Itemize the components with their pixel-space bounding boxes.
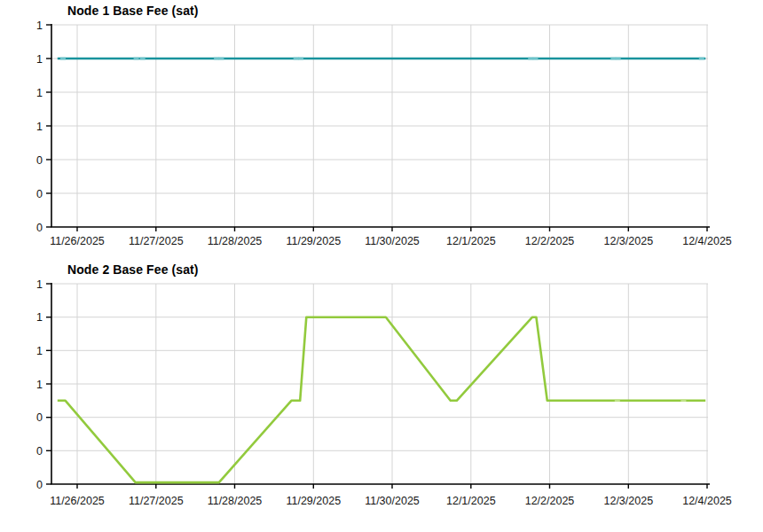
data-point-marker <box>294 58 299 60</box>
data-point-marker <box>610 58 616 60</box>
x-tick-label: 12/4/2025 <box>682 235 732 247</box>
y-tick-label: 1 <box>36 53 43 66</box>
x-tick-label: 12/3/2025 <box>603 495 653 507</box>
y-tick-label: 1 <box>36 121 43 133</box>
data-point-marker <box>214 58 219 60</box>
chart-node1-base-fee: Node 1 Base Fee (sat) 111100011/26/20251… <box>0 0 763 259</box>
x-tick-label: 12/2/2025 <box>525 495 575 507</box>
y-tick-label: 1 <box>36 20 43 32</box>
y-tick-label: 0 <box>36 154 43 167</box>
y-tick-label: 1 <box>36 278 43 291</box>
node2-chart-canvas: 111100011/26/202511/27/202511/28/202511/… <box>0 259 763 532</box>
x-tick-label: 12/4/2025 <box>682 495 732 507</box>
x-tick-label: 11/26/2025 <box>50 495 105 507</box>
y-tick-label: 1 <box>36 345 43 357</box>
x-tick-label: 11/27/2025 <box>129 495 184 507</box>
data-point-marker <box>533 58 539 60</box>
y-tick-label: 0 <box>36 479 43 491</box>
x-tick-label: 11/30/2025 <box>365 495 420 507</box>
data-point-marker <box>699 58 704 60</box>
data-point-marker <box>140 58 146 60</box>
chart-node2-base-fee: Node 2 Base Fee (sat) 111100011/26/20251… <box>0 259 763 532</box>
data-point-marker <box>134 58 139 60</box>
y-tick-label: 1 <box>36 311 43 324</box>
chart-title-node2: Node 2 Base Fee (sat) <box>67 262 199 277</box>
node1-chart-canvas: 111100011/26/202511/27/202511/28/202511/… <box>0 0 763 259</box>
y-tick-label: 1 <box>36 87 43 99</box>
data-point-marker <box>218 58 224 60</box>
data-point-marker <box>528 58 533 60</box>
y-tick-label: 0 <box>36 188 43 200</box>
y-tick-label: 0 <box>36 445 43 458</box>
x-tick-label: 12/2/2025 <box>525 235 575 247</box>
x-tick-label: 11/28/2025 <box>208 235 263 247</box>
y-tick-label: 0 <box>36 222 43 234</box>
data-point-marker <box>298 58 303 60</box>
x-tick-label: 11/29/2025 <box>286 495 341 507</box>
data-point-marker <box>616 58 621 60</box>
x-tick-label: 11/28/2025 <box>208 495 263 507</box>
x-tick-label: 12/1/2025 <box>446 495 496 507</box>
data-point-marker <box>615 400 620 403</box>
x-tick-label: 12/1/2025 <box>446 235 496 247</box>
data-point-marker <box>60 58 66 60</box>
x-tick-label: 12/3/2025 <box>603 235 653 247</box>
x-tick-label: 11/30/2025 <box>365 235 420 247</box>
data-point-marker <box>680 400 686 403</box>
x-tick-label: 11/26/2025 <box>50 235 105 247</box>
x-tick-label: 11/27/2025 <box>129 235 184 247</box>
y-tick-label: 0 <box>36 411 43 424</box>
chart-title-node1: Node 1 Base Fee (sat) <box>67 4 199 18</box>
y-tick-label: 1 <box>36 379 43 391</box>
series-line <box>58 317 705 482</box>
x-tick-label: 11/29/2025 <box>286 235 341 247</box>
fee-charts-page: Node 1 Base Fee (sat) 111100011/26/20251… <box>0 0 763 532</box>
